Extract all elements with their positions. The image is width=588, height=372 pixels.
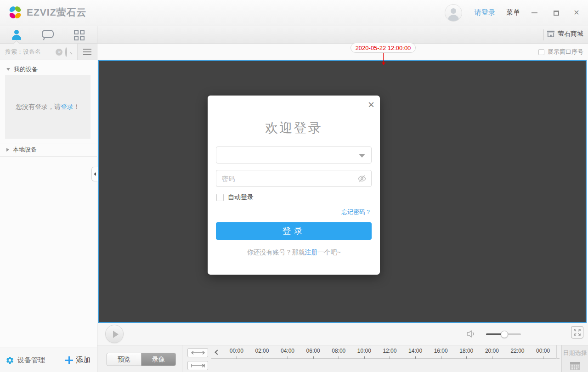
timeline-hour[interactable]: 12:00 [377, 345, 403, 359]
timeline-tick [364, 356, 365, 359]
timeline-hour[interactable]: 04:00 [275, 345, 300, 359]
app-logo: EZVIZ萤石云 [7, 5, 87, 20]
timeline-zoom-in-button[interactable] [187, 361, 208, 370]
search-input[interactable]: 搜索：设备名 [5, 48, 41, 56]
auto-login-checkbox[interactable] [216, 194, 224, 201]
tab-messages[interactable] [35, 26, 61, 44]
close-icon: ✕ [573, 9, 579, 17]
device-management-label: 设备管理 [17, 356, 45, 365]
tab-views[interactable] [66, 26, 92, 44]
minimize-button[interactable] [529, 8, 539, 17]
mode-toggle: 预览 录像 [107, 353, 176, 366]
timeline-zoom-out-button[interactable] [187, 348, 208, 357]
timeline-prev-button[interactable] [210, 345, 223, 359]
avatar[interactable] [445, 4, 462, 22]
timeline-tick [339, 356, 339, 359]
timeline-tick [313, 356, 314, 359]
timeline-tick [288, 356, 288, 359]
expand-arrows-icon [190, 350, 206, 355]
timeline-tick [492, 356, 492, 359]
not-logged-prefix: 您没有登录，请 [16, 103, 61, 110]
playback-controls-row [97, 323, 588, 345]
timeline-hour[interactable]: 20:00 [479, 345, 505, 359]
add-label: 添加 [76, 355, 90, 365]
timeline-hour[interactable]: 08:00 [326, 345, 351, 359]
titlebar-menu-button[interactable]: 菜单 [506, 8, 520, 17]
timeline-hour[interactable]: 06:00 [300, 345, 326, 359]
add-device-button[interactable]: 添加 [65, 355, 90, 365]
modal-close-icon[interactable]: × [368, 98, 374, 111]
password-input[interactable] [222, 171, 355, 186]
list-options-button[interactable] [77, 44, 97, 60]
not-logged-in-panel: 您没有登录，请登录！ [5, 75, 90, 139]
person-icon [12, 30, 21, 40]
show-window-number-checkbox[interactable] [538, 49, 544, 55]
ezviz-client-window: EZVIZ萤石云 请登录 菜单 ✕ 搜索：设备名 ✕ [0, 0, 588, 372]
device-search-bar[interactable]: 搜索：设备名 ✕ [0, 44, 97, 60]
dropdown-caret-icon [359, 154, 365, 158]
timeline-hour-label: 08:00 [332, 348, 345, 354]
ezviz-mall-button[interactable]: 萤石商城 [547, 30, 583, 38]
close-button[interactable]: ✕ [571, 8, 582, 17]
eye-off-icon[interactable] [357, 175, 367, 183]
timeline-tick [466, 356, 467, 359]
timeline-hour-label: 22:00 [510, 348, 524, 354]
avatar-head-shape [451, 8, 456, 14]
volume-group [423, 323, 588, 345]
volume-thumb[interactable] [501, 331, 508, 338]
clear-icon[interactable]: ✕ [56, 49, 62, 56]
timeline-hour[interactable]: 02:00 [249, 345, 275, 359]
signup-link[interactable]: 注册 [305, 248, 317, 256]
forgot-password-link[interactable]: 忘记密码？ [341, 208, 371, 216]
search-icon[interactable] [65, 48, 73, 56]
local-devices-group-header[interactable]: 本地设备 [0, 143, 97, 157]
timeline-tick [390, 356, 390, 359]
minimize-icon [531, 12, 537, 13]
speaker-icon[interactable] [466, 329, 476, 338]
timeline-hours: 00:00 02:00 04:00 06:00 08:00 [224, 345, 556, 359]
timeline-hour[interactable]: 00:00 [530, 345, 556, 359]
tab-record[interactable]: 录像 [141, 353, 175, 366]
play-button[interactable] [105, 325, 124, 343]
option-strip: 展示窗口序号 [97, 44, 588, 60]
timeline-hour-label: 00:00 [230, 348, 243, 354]
login-modal: × 欢迎登录 自动登录 忘记密码？ 登录 你还没有账号？那就注册一个吧~ [208, 96, 380, 275]
my-devices-label: 我的设备 [14, 65, 38, 73]
login-button[interactable]: 登录 [216, 222, 372, 240]
timeline-tick [415, 356, 416, 359]
date-select-button[interactable]: 日期选择 [561, 345, 588, 372]
timeline-hour[interactable]: 16:00 [428, 345, 454, 359]
chevron-right-icon [6, 148, 9, 152]
date-select-label: 日期选择 [563, 349, 587, 357]
current-timestamp: 2020-05-22 12:00:00 [356, 45, 411, 51]
modal-title: 欢迎登录 [208, 119, 380, 137]
timeline-tick [262, 356, 262, 359]
tab-preview[interactable]: 预览 [107, 353, 141, 366]
timeline-hour[interactable]: 10:00 [351, 345, 377, 359]
sidebar-login-link[interactable]: 登录 [61, 103, 74, 110]
timeline-hour[interactable]: 00:00 [224, 345, 249, 359]
play-icon [113, 331, 119, 338]
auto-login-option[interactable]: 自动登录 [216, 193, 254, 202]
volume-slider[interactable] [486, 333, 521, 335]
plus-icon [65, 356, 73, 364]
maximize-button[interactable] [551, 8, 561, 17]
timeline-playhead[interactable] [383, 53, 384, 63]
timeline[interactable]: 00:00 02:00 04:00 06:00 08:00 [211, 345, 560, 359]
ezviz-logo-icon [7, 5, 23, 20]
show-window-number-option[interactable]: 展示窗口序号 [538, 48, 583, 56]
auto-login-label: 自动登录 [228, 193, 254, 202]
device-management-button[interactable]: 设备管理 [6, 356, 45, 365]
titlebar-login-link[interactable]: 请登录 [475, 8, 495, 17]
my-devices-group-header[interactable]: 我的设备 [0, 63, 97, 76]
signup-hint: 你还没有账号？那就注册一个吧~ [208, 248, 380, 257]
timeline-hour[interactable]: 22:00 [505, 345, 531, 359]
sidebar: 搜索：设备名 ✕ 我的设备 您没有登录，请登录！ 本地设备 [0, 26, 97, 372]
sidebar-collapse-handle[interactable] [91, 167, 97, 181]
timeline-hour-label: 10:00 [357, 348, 371, 354]
fullscreen-button[interactable] [571, 326, 583, 338]
timeline-hour[interactable]: 18:00 [453, 345, 479, 359]
local-devices-label: 本地设备 [13, 146, 37, 154]
username-dropdown[interactable] [216, 147, 372, 163]
timeline-hour[interactable]: 14:00 [402, 345, 428, 359]
